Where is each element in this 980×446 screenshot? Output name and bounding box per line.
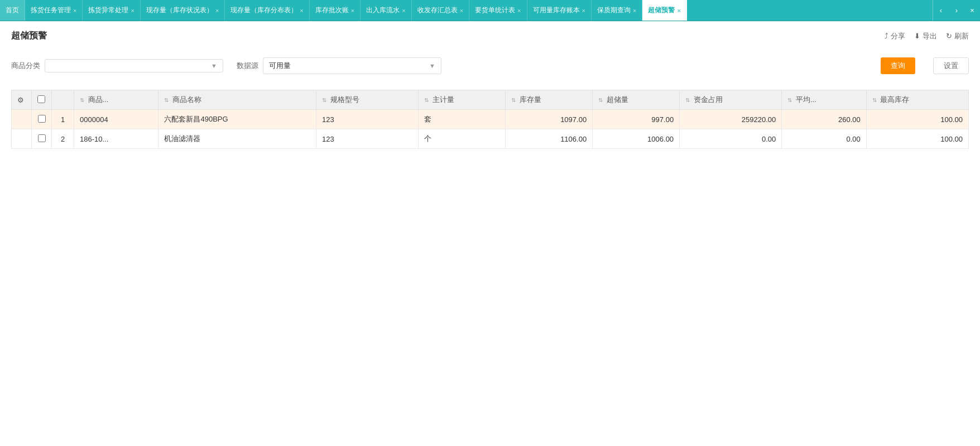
chevron-down-icon: ▼ bbox=[211, 62, 217, 69]
cell-seq: 2 bbox=[52, 129, 74, 149]
cell-avg: 0.00 bbox=[782, 129, 866, 149]
cell-spec: 123 bbox=[316, 129, 419, 149]
nav-home[interactable]: 首页 bbox=[0, 0, 25, 21]
nav-close-icon[interactable]: × bbox=[677, 7, 680, 14]
export-button[interactable]: ⬇ 导出 bbox=[914, 31, 937, 41]
top-navigation: 首页 拣货任务管理 × 拣货异常处理 × 现存量（库存状况表） × 现存量（库存… bbox=[0, 0, 980, 21]
nav-stock-batch[interactable]: 库存批次账 × bbox=[310, 0, 361, 21]
nav-arrow-right[interactable]: › bbox=[949, 0, 964, 21]
nav-close-icon[interactable]: × bbox=[633, 7, 636, 14]
nav-close-icon[interactable]: × bbox=[215, 7, 219, 14]
cell-over-stock: 1006.00 bbox=[593, 129, 680, 149]
sort-icon: ⇅ bbox=[511, 97, 516, 103]
query-button[interactable]: 查询 bbox=[881, 57, 915, 74]
data-source-label: 数据源 bbox=[237, 61, 258, 71]
product-category-filter: 商品分类 ▼ bbox=[11, 59, 223, 72]
cell-capital: 259220.00 bbox=[680, 110, 782, 129]
cell-max-stock: 100.00 bbox=[866, 129, 968, 149]
page-header: 超储预警 ⤴ 分享 ⬇ 导出 ↻ 刷新 bbox=[11, 30, 969, 42]
cell-stock: 1106.00 bbox=[506, 129, 593, 149]
row-checkbox[interactable] bbox=[38, 115, 46, 123]
nav-overstock-warning[interactable]: 超储预警 × bbox=[642, 0, 686, 21]
share-button[interactable]: ⤴ 分享 bbox=[885, 31, 905, 41]
chevron-down-icon: ▼ bbox=[429, 62, 435, 69]
cell-product-code: 0000004 bbox=[74, 110, 158, 129]
table-header-row: ⚙ ⇅ 商品... ⇅ 商品名称 ⇅ 规格型号 bbox=[12, 90, 969, 110]
sort-icon: ⇅ bbox=[598, 97, 603, 103]
table-row: 2 186-10... 机油滤清器 123 个 1106.00 1006.00 … bbox=[12, 129, 969, 149]
refresh-button[interactable]: ↻ 刷新 bbox=[946, 31, 969, 41]
row-checkbox[interactable] bbox=[38, 134, 46, 142]
cell-unit: 个 bbox=[419, 129, 506, 149]
column-avg[interactable]: ⇅ 平均... bbox=[782, 90, 866, 110]
select-all-checkbox[interactable] bbox=[37, 95, 45, 103]
data-source-select[interactable]: 可用量 ▼ bbox=[263, 57, 441, 74]
column-product-code[interactable]: ⇅ 商品... bbox=[74, 90, 158, 110]
nav-pick-exception[interactable]: 拣货异常处理 × bbox=[83, 0, 140, 21]
nav-close-icon[interactable]: × bbox=[351, 7, 354, 14]
column-max-stock[interactable]: ⇅ 最高库存 bbox=[866, 90, 968, 110]
column-stock[interactable]: ⇅ 库存量 bbox=[506, 90, 593, 110]
sort-icon: ⇅ bbox=[164, 97, 169, 103]
sort-icon: ⇅ bbox=[322, 97, 326, 103]
cell-stock: 1097.00 bbox=[506, 110, 593, 129]
nav-order-stat[interactable]: 要货单统计表 × bbox=[469, 0, 527, 21]
cell-spec: 123 bbox=[316, 110, 419, 129]
main-content: 超储预警 ⤴ 分享 ⬇ 导出 ↻ 刷新 商品分类 ▼ 数据源 bbox=[0, 21, 980, 446]
refresh-icon: ↻ bbox=[946, 32, 952, 40]
column-seq bbox=[52, 90, 74, 110]
nav-available-stock[interactable]: 可用量库存账本 × bbox=[527, 0, 592, 21]
nav-close-icon[interactable]: × bbox=[73, 7, 76, 14]
column-capital[interactable]: ⇅ 资金占用 bbox=[680, 90, 782, 110]
gear-icon: ⚙ bbox=[17, 96, 24, 104]
nav-close-icon[interactable]: × bbox=[517, 7, 521, 14]
cell-max-stock: 100.00 bbox=[866, 110, 968, 129]
nav-arrow-left[interactable]: ‹ bbox=[933, 0, 949, 21]
nav-arrows: ‹ › × bbox=[933, 0, 980, 21]
column-unit[interactable]: ⇅ 主计量 bbox=[419, 90, 506, 110]
nav-arrow-close[interactable]: × bbox=[964, 0, 980, 21]
settings-button[interactable]: 设置 bbox=[933, 57, 969, 74]
product-category-select[interactable]: ▼ bbox=[45, 59, 223, 72]
nav-close-icon[interactable]: × bbox=[460, 7, 463, 14]
column-select-all[interactable] bbox=[32, 90, 52, 110]
table-body: 1 0000004 六配套新昌490BPG 123 套 1097.00 997.… bbox=[12, 110, 969, 149]
nav-stock-dist[interactable]: 现存量（库存分布表） × bbox=[225, 0, 309, 21]
nav-pick-task[interactable]: 拣货任务管理 × bbox=[25, 0, 83, 21]
cell-gear bbox=[12, 110, 32, 129]
cell-capital: 0.00 bbox=[680, 129, 782, 149]
cell-avg: 260.00 bbox=[782, 110, 866, 129]
data-source-value: 可用量 bbox=[269, 61, 291, 71]
product-category-label: 商品分类 bbox=[11, 61, 40, 71]
export-icon: ⬇ bbox=[914, 32, 920, 40]
cell-checkbox[interactable] bbox=[32, 110, 52, 129]
nav-summary[interactable]: 收发存汇总表 × bbox=[412, 0, 469, 21]
sort-icon: ⇅ bbox=[424, 97, 429, 103]
column-product-name[interactable]: ⇅ 商品名称 bbox=[158, 90, 316, 110]
sort-icon: ⇅ bbox=[685, 97, 690, 103]
cell-product-name: 机油滤清器 bbox=[158, 129, 316, 149]
data-source-filter: 数据源 可用量 ▼ bbox=[237, 57, 441, 74]
column-over-stock[interactable]: ⇅ 超储量 bbox=[593, 90, 680, 110]
cell-over-stock: 997.00 bbox=[593, 110, 680, 129]
cell-checkbox[interactable] bbox=[32, 129, 52, 149]
column-gear[interactable]: ⚙ bbox=[12, 90, 32, 110]
nav-close-icon[interactable]: × bbox=[582, 7, 585, 14]
nav-stock-status[interactable]: 现存量（库存状况表） × bbox=[141, 0, 225, 21]
nav-close-icon[interactable]: × bbox=[131, 7, 134, 14]
nav-inout-flow[interactable]: 出入库流水 × bbox=[361, 0, 411, 21]
cell-product-name: 六配套新昌490BPG bbox=[158, 110, 316, 129]
share-icon: ⤴ bbox=[885, 32, 888, 40]
sort-icon: ⇅ bbox=[787, 97, 792, 103]
sort-icon: ⇅ bbox=[872, 97, 877, 103]
nav-shelf-life[interactable]: 保质期查询 × bbox=[592, 0, 642, 21]
page-title: 超储预警 bbox=[11, 30, 47, 42]
cell-unit: 套 bbox=[419, 110, 506, 129]
nav-close-icon[interactable]: × bbox=[300, 7, 303, 14]
header-actions: ⤴ 分享 ⬇ 导出 ↻ 刷新 bbox=[885, 31, 969, 41]
sort-icon: ⇅ bbox=[80, 97, 84, 103]
cell-product-code: 186-10... bbox=[74, 129, 158, 149]
column-spec[interactable]: ⇅ 规格型号 bbox=[316, 90, 419, 110]
nav-close-icon[interactable]: × bbox=[402, 7, 405, 14]
table-row: 1 0000004 六配套新昌490BPG 123 套 1097.00 997.… bbox=[12, 110, 969, 129]
